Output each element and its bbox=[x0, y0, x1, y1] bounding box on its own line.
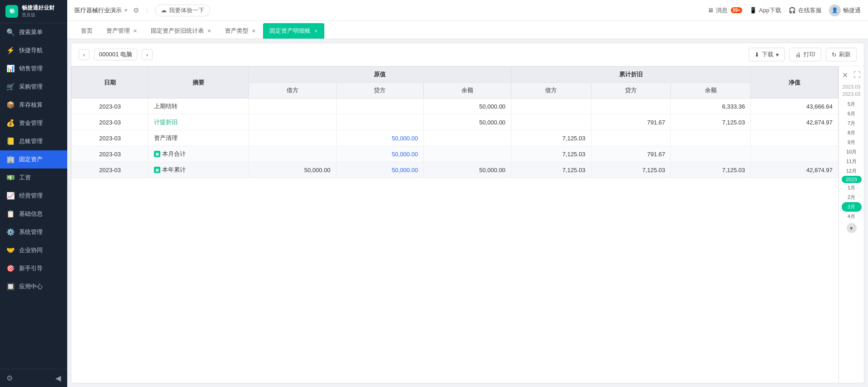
user-profile-btn[interactable]: 👤 畅捷通 bbox=[829, 5, 861, 16]
sidebar-item-label: 搜索菜单 bbox=[19, 28, 43, 36]
panel-expand-btn[interactable]: ⛶ bbox=[852, 69, 863, 81]
divider: | bbox=[146, 7, 148, 14]
cell-summary: ▣本年累计 bbox=[149, 162, 249, 178]
sidebar-item-quick-nav[interactable]: ⚡ 快捷导航 bbox=[0, 41, 67, 60]
sidebar-item-label: 总账管理 bbox=[19, 137, 43, 145]
cell-summary: 资产清理 bbox=[149, 130, 249, 146]
timeline-month[interactable]: 4月 bbox=[842, 212, 862, 221]
sidebar-item-salary[interactable]: 💵 工资 bbox=[0, 169, 67, 187]
print-btn[interactable]: 🖨 打印 bbox=[789, 48, 821, 61]
funds-icon: 💰 bbox=[6, 119, 15, 127]
timeline-month[interactable]: 6月 bbox=[842, 109, 862, 119]
cell-ov-credit: 50,000.00 bbox=[336, 146, 424, 162]
customer-service-btn[interactable]: 🎧 在线客服 bbox=[789, 6, 822, 15]
timeline-month[interactable]: 11月 bbox=[842, 157, 862, 166]
cell-ov-credit: 50,000.00 bbox=[336, 162, 424, 178]
sidebar-item-enterprise[interactable]: 🤝 企业协同 bbox=[0, 241, 67, 259]
timeline-month[interactable]: 8月 bbox=[842, 128, 862, 138]
building-icon: 🏢 bbox=[6, 155, 15, 164]
sidebar-item-sales[interactable]: 📊 销售管理 bbox=[0, 60, 67, 78]
company-selector[interactable]: 医疗器械行业演示 ▾ bbox=[74, 6, 128, 15]
tab-asset-type[interactable]: 资产类型 ✕ bbox=[218, 23, 262, 39]
timeline-month[interactable]: 2月 bbox=[842, 193, 862, 202]
tab-label: 固定资产明细账 bbox=[269, 27, 311, 35]
collapse-icon[interactable]: ◀ bbox=[55, 374, 61, 382]
timeline-month[interactable]: 5月 bbox=[842, 99, 862, 109]
tab-close-icon[interactable]: ✕ bbox=[314, 28, 318, 34]
cell-ov-credit: 50,000.00 bbox=[336, 130, 424, 146]
tab-home[interactable]: 首页 bbox=[74, 23, 99, 39]
content-inner: 日期 摘要 原值 累计折旧 净值 借方 贷方 余额 借方 bbox=[71, 66, 864, 383]
refresh-btn[interactable]: ↻ 刷新 bbox=[826, 48, 857, 61]
sidebar-item-purchase[interactable]: 🛒 采购管理 bbox=[0, 78, 67, 96]
timeline-month[interactable]: 12月 bbox=[842, 166, 862, 176]
sales-icon: 📊 bbox=[6, 64, 15, 73]
timeline-year-badge[interactable]: 2023 bbox=[842, 176, 862, 183]
sidebar-item-operations[interactable]: 📈 经营管理 bbox=[0, 187, 67, 205]
phone-icon: 📱 bbox=[749, 7, 757, 14]
settings-gear-icon[interactable]: ⚙ bbox=[133, 6, 139, 15]
col-ov-debit: 借方 bbox=[248, 83, 336, 99]
next-asset-btn[interactable]: › bbox=[142, 49, 153, 60]
cell-summary: 计提折旧 bbox=[149, 114, 249, 130]
sidebar-item-guide[interactable]: 🎯 新手引导 bbox=[0, 259, 67, 278]
enterprise-icon: 🤝 bbox=[6, 246, 15, 254]
settings-icon[interactable]: ⚙ bbox=[6, 374, 13, 382]
sidebar-item-fixed-assets[interactable]: 🏢 固定资产 bbox=[0, 150, 67, 169]
table-row: 2023-03 资产清理 50,000.00 7,125.03 bbox=[72, 130, 838, 146]
app-download-label: App下载 bbox=[759, 6, 781, 15]
operations-icon: 📈 bbox=[6, 192, 15, 200]
sidebar-item-label: 采购管理 bbox=[19, 83, 43, 91]
sidebar-header: 畅 畅捷通好业财 普及版 bbox=[0, 0, 67, 23]
sidebar-item-basic-info[interactable]: 📋 基础信息 bbox=[0, 205, 67, 223]
tab-close-icon[interactable]: ✕ bbox=[252, 28, 256, 34]
username: 畅捷通 bbox=[843, 6, 861, 15]
sidebar-item-inventory[interactable]: 📦 库存核算 bbox=[0, 96, 67, 114]
tab-asset-mgmt[interactable]: 资产管理 ✕ bbox=[100, 23, 144, 39]
prev-asset-btn[interactable]: ‹ bbox=[79, 49, 89, 60]
sidebar-item-label: 经营管理 bbox=[19, 192, 43, 200]
cell-ad-debit: 7,125.03 bbox=[511, 130, 591, 146]
cell-ov-balance: 50,000.00 bbox=[424, 162, 511, 178]
timeline-month[interactable]: 10月 bbox=[842, 147, 862, 157]
cell-ov-debit bbox=[248, 99, 336, 114]
cell-ov-debit bbox=[248, 146, 336, 162]
print-icon: 🖨 bbox=[795, 51, 801, 58]
timeline-month[interactable]: 9月 bbox=[842, 138, 862, 147]
col-net-value: 净值 bbox=[751, 67, 838, 99]
asset-id-tag: 000001 电脑 bbox=[94, 49, 137, 60]
tab-label: 资产类型 bbox=[225, 27, 248, 35]
sidebar-item-ledger[interactable]: 📒 总账管理 bbox=[0, 132, 67, 150]
messages-btn[interactable]: 🖥 消息 99+ bbox=[708, 6, 742, 15]
panel-close-btn[interactable]: ✕ bbox=[840, 69, 850, 81]
timeline-scroll-down[interactable]: ▾ bbox=[847, 223, 857, 233]
main-area: 医疗器械行业演示 ▾ ⚙ | ☁ 我要体验一下 🖥 消息 99+ 📱 App下载… bbox=[67, 0, 868, 387]
experience-btn[interactable]: ☁ 我要体验一下 bbox=[155, 5, 210, 16]
sidebar-item-label: 固定资产 bbox=[19, 155, 43, 164]
company-name: 医疗器械行业演示 bbox=[74, 6, 122, 15]
timeline-month[interactable]: 7月 bbox=[842, 119, 862, 128]
col-ad-debit: 借方 bbox=[511, 83, 591, 99]
tab-asset-detail[interactable]: 固定资产明细账 ✕ bbox=[263, 23, 324, 39]
messages-badge: 99+ bbox=[731, 7, 742, 13]
cell-ad-debit bbox=[511, 99, 591, 114]
timeline-month[interactable]: 3月 bbox=[842, 202, 862, 212]
cell-ov-credit bbox=[336, 114, 424, 130]
lightning-icon: ⚡ bbox=[6, 46, 15, 55]
tab-close-icon[interactable]: ✕ bbox=[207, 28, 211, 34]
sidebar-item-funds[interactable]: 💰 资金管理 bbox=[0, 114, 67, 132]
sidebar-item-search[interactable]: 🔍 搜索菜单 bbox=[0, 23, 67, 41]
timeline-month[interactable]: 1月 bbox=[842, 183, 862, 193]
sidebar-item-apps[interactable]: 🔲 应用中心 bbox=[0, 278, 67, 296]
sidebar-item-label: 工资 bbox=[19, 174, 31, 182]
app-download-btn[interactable]: 📱 App下载 bbox=[749, 6, 781, 15]
cell-ad-debit bbox=[511, 114, 591, 130]
cell-ad-debit: 7,125.03 bbox=[511, 162, 591, 178]
col-ad-balance: 余额 bbox=[671, 83, 751, 99]
cell-ad-balance: 6,333.36 bbox=[671, 99, 751, 114]
download-btn[interactable]: ⬇ 下载 ▾ bbox=[749, 48, 785, 61]
sidebar-item-system[interactable]: ⚙️ 系统管理 bbox=[0, 223, 67, 241]
tab-close-icon[interactable]: ✕ bbox=[133, 28, 137, 34]
tab-depreciation-stats[interactable]: 固定资产折旧统计表 ✕ bbox=[144, 23, 218, 39]
message-icon: 🖥 bbox=[708, 7, 714, 14]
